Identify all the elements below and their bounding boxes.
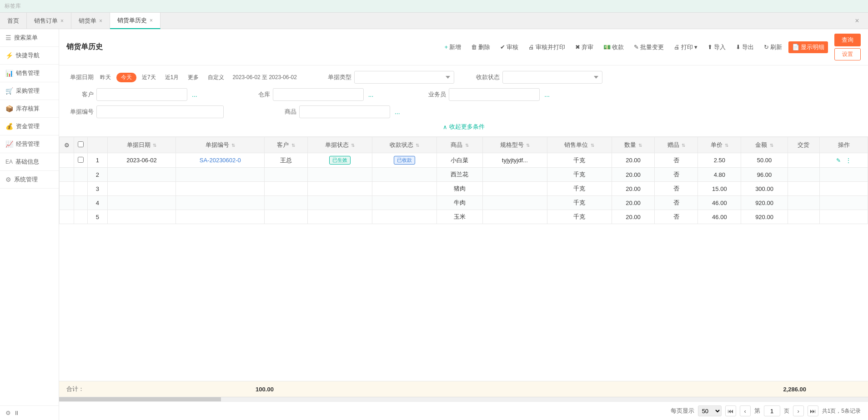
sidebar-item-search[interactable]: ☰ 搜索菜单	[0, 29, 59, 47]
gear-col-header[interactable]: ⚙	[60, 137, 74, 153]
sidebar-item-finance[interactable]: 💰 资金管理	[0, 118, 59, 135]
sidebar-item-sales[interactable]: 📊 销售管理	[0, 65, 59, 82]
refresh-button[interactable]: ↻ 刷新	[760, 41, 786, 53]
staff-dots[interactable]: ...	[544, 91, 550, 98]
docno-cell[interactable]	[176, 168, 265, 182]
customer-sort-icon[interactable]: ⇅	[291, 143, 295, 148]
pause-icon[interactable]: ⏸	[14, 410, 20, 416]
sidebar-item-quick-nav[interactable]: ⚡ 快捷导航	[0, 47, 59, 65]
checkbox-col-header[interactable]	[74, 137, 88, 153]
sidebar-item-basic-info[interactable]: EA 基础信息	[0, 153, 59, 171]
date-tab-7days[interactable]: 近7天	[138, 73, 160, 82]
docno-cell[interactable]	[176, 196, 265, 210]
batch-icon: ✎	[634, 44, 639, 50]
qty-sort-icon[interactable]: ⇅	[638, 143, 642, 148]
spec-sort-icon[interactable]: ⇅	[526, 143, 530, 148]
price-col-header[interactable]: 单价 ⇅	[698, 137, 741, 153]
tab-sales-invoice[interactable]: 销货单 ×	[71, 13, 110, 29]
abandon-button[interactable]: ✖ 弃审	[572, 41, 597, 53]
doc-no-link[interactable]: SA-20230602-0	[200, 157, 241, 164]
paystatus-sort-icon[interactable]: ⇅	[416, 143, 419, 148]
date-tab-today[interactable]: 今天	[116, 73, 136, 82]
docno-col-header[interactable]: 单据编号 ⇅	[176, 137, 265, 153]
sidebar-item-operations[interactable]: 📈 经营管理	[0, 135, 59, 153]
tab-sales-history[interactable]: 销货单历史 ×	[110, 13, 161, 29]
new-button[interactable]: + 新增	[441, 41, 465, 53]
doc-type-select[interactable]	[354, 71, 454, 84]
docstatus-sort-icon[interactable]: ⇅	[351, 143, 355, 148]
sidebar-item-inventory[interactable]: 📦 库存核算	[0, 100, 59, 118]
gear-bottom-icon[interactable]: ⚙	[5, 410, 11, 416]
first-page-button[interactable]: ⏮	[725, 405, 736, 416]
amount-sort-icon[interactable]: ⇅	[770, 143, 773, 148]
checkbox-cell	[74, 210, 88, 224]
gift-col-header[interactable]: 赠品 ⇅	[655, 137, 698, 153]
collapse-button[interactable]: ∧ 收起更多条件	[66, 123, 861, 131]
docno-cell[interactable]: SA-20230602-0	[176, 153, 265, 168]
qty-col-header[interactable]: 数量 ⇅	[612, 137, 655, 153]
staff-input[interactable]	[449, 88, 540, 101]
paystatus-col-header[interactable]: 收款状态 ⇅	[372, 137, 437, 153]
query-button[interactable]: 查询	[834, 34, 861, 46]
quick-nav-icon: ⚡	[5, 52, 13, 59]
warehouse-dots[interactable]: ...	[368, 91, 374, 98]
pay-status-select[interactable]	[502, 71, 602, 84]
per-page-select[interactable]: 50 100 200	[698, 405, 722, 416]
customer-input[interactable]	[96, 88, 187, 101]
import-button[interactable]: ⬆ 导入	[704, 41, 729, 53]
sidebar-item-system[interactable]: ⚙ 系统管理	[0, 171, 59, 189]
gift-cell: 否	[655, 182, 698, 196]
date-tab-1month[interactable]: 近1月	[161, 73, 183, 82]
page-number-input[interactable]	[764, 405, 780, 416]
goods-col-header[interactable]: 商品 ⇅	[437, 137, 482, 153]
tab-home[interactable]: 首页	[0, 13, 27, 29]
gift-sort-icon[interactable]: ⇅	[682, 143, 685, 148]
prev-page-button[interactable]: ‹	[740, 405, 751, 416]
print-button[interactable]: 🖨 打印 ▾	[670, 41, 701, 53]
show-detail-button[interactable]: 📄 显示明细	[788, 41, 828, 53]
date-tab-more[interactable]: 更多	[184, 73, 202, 82]
select-all-checkbox[interactable]	[78, 141, 84, 147]
goods-input[interactable]	[299, 105, 390, 118]
date-tab-yesterday[interactable]: 昨天	[96, 73, 115, 82]
customer-dots[interactable]: ...	[192, 91, 197, 98]
unit-col-header[interactable]: 销售单位 ⇅	[547, 137, 612, 153]
docno-cell[interactable]	[176, 210, 265, 224]
collect-button[interactable]: 💵 收款	[600, 41, 627, 53]
tab-close-all-button[interactable]: ×	[852, 15, 863, 26]
date-col-header[interactable]: 单据日期 ⇅	[107, 137, 176, 153]
docstatus-col-header[interactable]: 单据状态 ⇅	[308, 137, 372, 153]
tab-sales-order[interactable]: 销售订单 ×	[27, 13, 71, 29]
docno-sort-icon[interactable]: ⇅	[231, 143, 235, 148]
customer-col-header[interactable]: 客户 ⇅	[265, 137, 308, 153]
row-checkbox[interactable]	[78, 157, 84, 163]
goods-sort-icon[interactable]: ⇅	[465, 143, 469, 148]
unit-sort-icon[interactable]: ⇅	[591, 143, 594, 148]
more-action[interactable]: ⋮	[844, 156, 853, 165]
batch-change-button[interactable]: ✎ 批量变更	[630, 41, 667, 53]
warehouse-input[interactable]	[273, 88, 364, 101]
goods-dots[interactable]: ...	[395, 108, 400, 115]
settings-button[interactable]: 设置	[834, 48, 861, 60]
price-sort-icon[interactable]: ⇅	[725, 143, 728, 148]
date-tab-custom[interactable]: 自定义	[204, 73, 228, 82]
total-info: 共1页，5条记录	[822, 407, 861, 415]
export-button[interactable]: ⬇ 导出	[732, 41, 758, 53]
approve-print-button[interactable]: 🖨 审核并打印	[525, 41, 569, 53]
date-sort-icon[interactable]: ⇅	[153, 143, 156, 148]
sidebar-item-purchase[interactable]: 🛒 采购管理	[0, 82, 59, 100]
next-page-button[interactable]: ›	[793, 405, 804, 416]
close-icon-sales-history[interactable]: ×	[150, 17, 153, 24]
amount-col-header[interactable]: 金额 ⇅	[741, 137, 788, 153]
doc-no-input[interactable]	[96, 105, 224, 118]
last-page-button[interactable]: ⏭	[808, 405, 818, 416]
approve-button[interactable]: ✔ 审核	[497, 41, 522, 53]
close-icon-sales-invoice[interactable]: ×	[99, 18, 102, 24]
edit-action[interactable]: ✎	[834, 156, 843, 165]
close-icon-sales-order[interactable]: ×	[60, 18, 64, 24]
delete-button[interactable]: 🗑 删除	[467, 41, 494, 53]
doc-no-filter: 单据编号	[66, 105, 224, 118]
spec-col-header[interactable]: 规格型号 ⇅	[482, 137, 547, 153]
docno-cell[interactable]	[176, 182, 265, 196]
content-area: 销货单历史 + 新增 🗑 删除 ✔ 审核 🖨 审核并打印	[59, 29, 868, 420]
